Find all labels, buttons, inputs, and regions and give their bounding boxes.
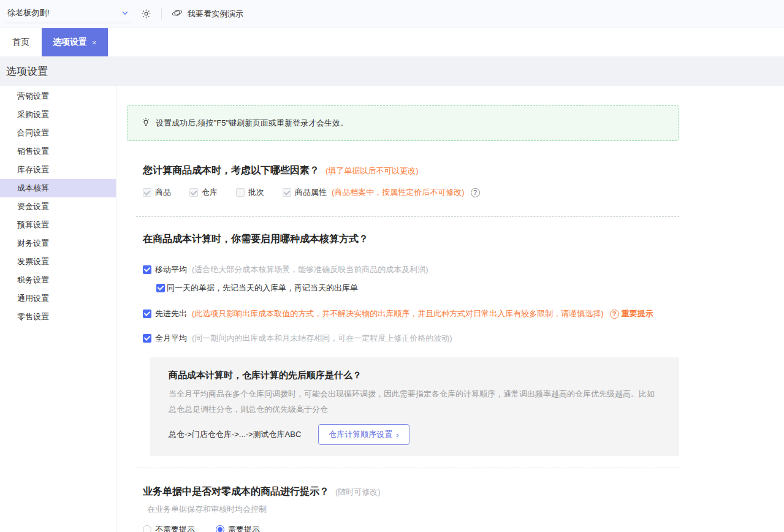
- same-day-row: 同一天的单据，先记当天的入库单，再记当天的出库单: [156, 283, 784, 294]
- checkbox-goods[interactable]: 商品: [143, 187, 171, 198]
- demo-link[interactable]: 我要看实例演示: [172, 7, 243, 20]
- checkbox-batch[interactable]: 批次: [236, 187, 264, 198]
- zero-cost-radio-row: 不需要提示 需要提示: [143, 524, 784, 532]
- radio-need-prompt-circle: [216, 525, 224, 532]
- tab-home-label: 首页: [12, 37, 29, 48]
- sidebar-item-general-settings[interactable]: 通用设置: [0, 289, 116, 308]
- lightbulb-icon: [141, 118, 151, 129]
- factors-note: (填了单据以后不可以更改): [325, 166, 419, 175]
- demo-planet-icon: [172, 7, 183, 20]
- checkbox-moving-average-box: [143, 265, 151, 274]
- radio-need-prompt[interactable]: 需要提示: [216, 524, 260, 532]
- monthly-average-row: 全月平均 (同一期间内的出库成本和月末结存相同，可在一定程度上修正价格的波动): [143, 333, 784, 344]
- fifo-note: (此选项只影响出库成本取值的方式，并不解决实物的出库顺序，并且此种方式对日常出入…: [192, 308, 604, 319]
- zero-cost-subtitle: 在业务单据保存和审核时均会控制: [147, 504, 784, 515]
- sidebar-item-sales-settings[interactable]: 销售设置: [0, 142, 116, 161]
- sidebar-item-purchase-settings[interactable]: 采购设置: [0, 105, 116, 124]
- settings-content: 设置成功后,须按"F5"键刷新页面或重新登录才会生效。 您计算商品成本时，考虑以…: [116, 86, 784, 532]
- main-panel: 营销设置 采购设置 合同设置 销售设置 库存设置 成本核算 资金设置 预算设置 …: [0, 86, 784, 532]
- radio-no-prompt-label: 不需要提示: [155, 524, 195, 532]
- fifo-label: 先进先出: [155, 308, 187, 319]
- warehouse-order-title: 商品成本计算时，仓库计算的先后顺序是什么？: [169, 370, 661, 381]
- factors-title-text: 您计算商品成本时，考虑以下哪些因素？: [143, 165, 319, 175]
- checkbox-goods-attribute[interactable]: 商品属性: [283, 187, 327, 198]
- checkbox-goods-label: 商品: [155, 187, 171, 198]
- sidebar-item-budget-settings[interactable]: 预算设置: [0, 216, 116, 234]
- goods-attribute-note: (商品档案中，按属性定价后不可修改): [332, 187, 465, 198]
- sidebar-item-inventory-settings[interactable]: 库存设置: [0, 161, 116, 179]
- factors-checkbox-row: 商品 仓库 批次 商品属性 (商品档案中，按属性定价后不可修改) ?: [143, 187, 784, 198]
- checkbox-fifo[interactable]: 先进先出: [143, 308, 187, 319]
- tab-home[interactable]: 首页: [0, 28, 42, 56]
- checkbox-goods-attribute-box: [283, 188, 291, 197]
- zero-cost-title-text: 业务单据中是否对零成本的商品进行提示？: [143, 486, 329, 496]
- settings-sidebar: 营销设置 采购设置 合同设置 销售设置 库存设置 成本核算 资金设置 预算设置 …: [0, 86, 116, 532]
- monthly-average-label: 全月平均: [155, 333, 187, 344]
- factors-section-title: 您计算商品成本时，考虑以下哪些因素？(填了单据以后不可以更改): [143, 164, 784, 177]
- methods-title-text: 在商品成本计算时，你需要启用哪种成本核算方式？: [143, 234, 368, 244]
- checkbox-fifo-box: [143, 310, 151, 318]
- checkbox-goods-attribute-label: 商品属性: [295, 187, 327, 198]
- tab-option-settings-label: 选项设置: [53, 37, 87, 48]
- refresh-notice-text: 设置成功后,须按"F5"键刷新页面或重新登录才会生效。: [156, 118, 348, 129]
- account-select-dropdown[interactable]: 徐老板勿删!: [6, 4, 130, 23]
- section-divider: [136, 216, 679, 217]
- warehouse-order-settings-button-label: 仓库计算顺序设置: [329, 429, 392, 440]
- checkbox-warehouse-box: [189, 188, 198, 197]
- moving-average-note: (适合绝大部分成本核算场景，能够准确反映当前商品的成本及利润): [192, 264, 428, 275]
- sidebar-item-tax-settings[interactable]: 税务设置: [0, 271, 116, 289]
- sidebar-item-funds-settings[interactable]: 资金设置: [0, 197, 116, 216]
- sidebar-item-invoice-settings[interactable]: 发票设置: [0, 253, 116, 271]
- checkbox-warehouse-label: 仓库: [202, 187, 218, 198]
- refresh-notice-alert: 设置成功后,须按"F5"键刷新页面或重新登录才会生效。: [127, 105, 679, 141]
- tab-option-settings[interactable]: 选项设置 ×: [42, 28, 108, 56]
- monthly-average-note: (同一期间内的出库成本和月末结存相同，可在一定程度上修正价格的波动): [192, 333, 452, 344]
- chevron-right-icon: ›: [396, 430, 398, 439]
- checkbox-same-day[interactable]: 同一天的单据，先记当天的入库单，再记当天的出库单: [156, 283, 358, 294]
- demo-link-label: 我要看实例演示: [188, 9, 243, 20]
- sidebar-item-finance-settings[interactable]: 财务设置: [0, 234, 116, 253]
- settings-gear-icon[interactable]: [141, 9, 151, 19]
- moving-average-row: 移动平均 (适合绝大部分成本核算场景，能够准确反映当前商品的成本及利润): [143, 264, 784, 275]
- chevron-down-icon: [121, 9, 129, 17]
- fifo-row: 先进先出 (此选项只影响出库成本取值的方式，并不解决实物的出库顺序，并且此种方式…: [143, 308, 784, 319]
- warehouse-order-current: 总仓->门店仓仓库->...->测试仓库ABC: [169, 429, 301, 440]
- warning-question-icon: ?: [610, 310, 619, 319]
- topbar-divider: [161, 8, 162, 20]
- checkbox-warehouse[interactable]: 仓库: [189, 187, 218, 198]
- page-header: 选项设置: [0, 56, 784, 86]
- sidebar-item-cost-accounting[interactable]: 成本核算: [0, 179, 116, 197]
- section-divider: [136, 468, 679, 468]
- warehouse-order-row: 总仓->门店仓仓库->...->测试仓库ABC 仓库计算顺序设置 ›: [169, 424, 661, 445]
- radio-need-prompt-label: 需要提示: [228, 524, 260, 532]
- page-title: 选项设置: [6, 64, 48, 78]
- help-question-icon[interactable]: ?: [471, 188, 480, 197]
- checkbox-same-day-box: [156, 284, 165, 292]
- radio-no-prompt[interactable]: 不需要提示: [143, 524, 195, 532]
- warehouse-order-box: 商品成本计算时，仓库计算的先后顺序是什么？ 当全月平均商品在多个仓库间调拨时，可…: [150, 357, 679, 456]
- checkbox-batch-box: [236, 188, 245, 197]
- checkbox-monthly-average-box: [143, 334, 151, 343]
- sidebar-item-retail-settings[interactable]: 零售设置: [0, 308, 116, 326]
- checkbox-batch-label: 批次: [248, 187, 264, 198]
- top-bar: 徐老板勿删! 我要看实例演示: [0, 0, 784, 28]
- sidebar-item-contract-settings[interactable]: 合同设置: [0, 124, 116, 142]
- checkbox-moving-average[interactable]: 移动平均: [143, 264, 187, 275]
- tab-bar: 首页 选项设置 ×: [0, 28, 784, 56]
- same-day-label: 同一天的单据，先记当天的入库单，再记当天的出库单: [167, 283, 358, 294]
- sidebar-item-marketing-settings[interactable]: 营销设置: [0, 87, 116, 105]
- radio-no-prompt-circle: [143, 525, 151, 532]
- important-warning[interactable]: ? 重要提示: [610, 308, 653, 319]
- close-icon[interactable]: ×: [92, 38, 97, 47]
- warehouse-order-settings-button[interactable]: 仓库计算顺序设置 ›: [318, 424, 409, 445]
- warehouse-order-description: 当全月平均商品在多个仓库间调拨时，可能会出现循环调拨，因此需要指定各仓库的计算顺…: [169, 386, 662, 417]
- methods-section-title: 在商品成本计算时，你需要启用哪种成本核算方式？: [143, 233, 784, 246]
- checkbox-monthly-average[interactable]: 全月平均: [143, 333, 187, 344]
- checkbox-goods-box: [143, 188, 151, 197]
- moving-average-label: 移动平均: [155, 264, 187, 275]
- zero-cost-section-title: 业务单据中是否对零成本的商品进行提示？(随时可修改): [143, 485, 784, 498]
- zero-cost-note: (随时可修改): [335, 487, 381, 496]
- important-warning-label: 重要提示: [622, 308, 653, 319]
- account-name: 徐老板勿删!: [7, 7, 50, 18]
